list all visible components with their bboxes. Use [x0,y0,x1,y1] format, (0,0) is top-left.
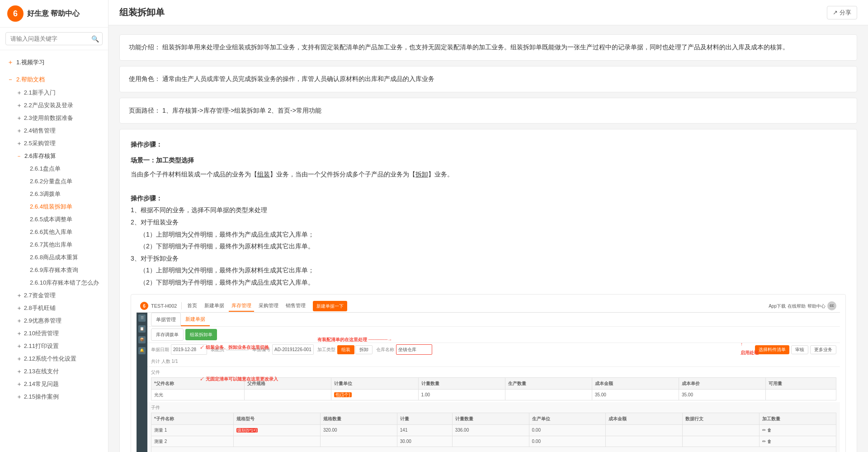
func-intro-label: 功能介绍： [129,43,160,51]
sidebar: 6 好生意 帮助中心 🔍 ＋ 1.视频学习 － 2.帮助文档 ＋ 2.1新手 [0,0,108,452]
ss-assembler-input[interactable] [226,349,249,351]
ss-nav-purchase[interactable]: 采购管理 [256,300,281,312]
ss-order-field: 单据编号 AD-20191226-001 [252,344,314,355]
ss-action-del-2[interactable]: 🗑 [767,439,772,444]
sidebar-item-help-docs[interactable]: － 2.帮助文档 [0,73,108,86]
sidebar-item-2-7[interactable]: ＋ 2.7资金管理 [9,289,108,302]
ss-td-proc-2: ✏ 🗑 [760,436,836,447]
ss-nav-new[interactable]: 新建单据 [202,300,227,312]
ss-icon-4[interactable]: 🔔 [138,347,146,354]
search-button[interactable]: 🔍 [91,35,99,43]
sidebar-item-2-6-5[interactable]: 2.6.5成本调整单 [23,213,108,226]
ss-td-cost-amt: 35.00 [592,390,679,400]
role-label: 使用角色： [129,75,160,82]
sidebar-item-2-15[interactable]: ＋ 2.15操作案例 [9,390,108,403]
ss-td-prod-unit-1: 0.00 [529,425,606,436]
plus-icon-2-13: ＋ [16,368,24,375]
screenshot: 6 TEST-H002 首页 新建单据 库存管理 采购管理 销售管理 新建单据一… [137,300,840,452]
plus-icon-2-12: ＋ [16,355,24,362]
sidebar-item-2-6-8[interactable]: 2.6.8商品成本重算 [23,251,108,264]
ss-help-online[interactable]: 在线帮助 [788,302,806,310]
ss-nav-sales[interactable]: 销售管理 [283,300,308,312]
sidebar-item-2-13[interactable]: ＋ 2.13在线支付 [9,365,108,378]
table-row [151,447,836,452]
sidebar-item-2-6-4[interactable]: 2.6.4组装拆卸单 [23,200,108,213]
ss-th-child-spec: 规格型号 [234,413,321,425]
ss-lower-table: *子件名称 规格型号 规格数量 计量 计量数量 生产单位 成本金额 数据行文 [151,413,836,452]
sidebar-item-2-6-6[interactable]: 2.6.6其他入库单 [23,226,108,238]
ss-nav-home[interactable]: 首页 [184,300,200,312]
sidebar-item-2-6-10[interactable]: 2.6.10库存账本错了怎么办 [23,276,108,289]
ss-date-field: 单据日期 2019-12-28 [151,344,207,355]
sidebar-item-2-6-2[interactable]: 2.6.2分量盘点单 [23,175,108,188]
ss-td-meas-2: 30.00 [397,436,452,447]
step2: 2、对于组装业务 [131,216,846,228]
sidebar-item-2-2[interactable]: ＋ 2.2产品安装及登录 [9,99,108,112]
sidebar-subitems-2-6: 2.6.1盘点单 2.6.2分量盘点单 2.6.3调拨单 2.6.4组装拆卸单 … [23,162,108,289]
path-label: 页面路径： [129,107,160,114]
ss-divider [181,302,182,309]
sidebar-item-2-11[interactable]: ＋ 2.11打印设置 [9,340,108,352]
ss-fields-row: 单据日期 2019-12-28 装配员 单据编号 AD-20191226-001 [147,343,840,356]
ss-td-child-spec-2 [234,436,321,447]
ss-new-btn[interactable]: 新建单据一下 [313,301,347,311]
ss-icon-1[interactable]: ☰ [138,314,146,322]
ss-action-del[interactable]: 🗑 [767,428,772,433]
sidebar-item-2-9[interactable]: ＋ 2.9优惠券管理 [9,314,108,327]
ss-type-disassembly[interactable]: 拆卸 [355,345,373,354]
sidebar-item-2-8[interactable]: ＋ 2.8手机旺铺 [9,302,108,314]
ss-help-center[interactable]: 帮助中心 [807,302,826,310]
search-input[interactable] [5,32,103,45]
sidebar-item-2-1[interactable]: ＋ 2.1新手入门 [9,86,108,99]
ss-td-cost-1 [606,425,683,436]
ss-app-download[interactable]: App下载 [769,302,786,310]
path-content: 1、库存核算->库存管理->组装拆卸单 2、首页->常用功能 [162,107,321,114]
ss-td-avail [766,390,836,400]
sidebar-item-2-6-3[interactable]: 2.6.3调拨单 [23,188,108,200]
plus-icon: ＋ [7,58,14,67]
ss-topbar: 6 TEST-H002 首页 新建单据 库存管理 采购管理 销售管理 新建单据一… [137,300,840,313]
sidebar-header: 6 好生意 帮助中心 [0,0,108,28]
ss-icon-3[interactable]: 📦 [138,336,146,343]
sidebar-item-2-14[interactable]: ＋ 2.14常见问题 [9,378,108,390]
sidebar-item-video[interactable]: ＋ 1.视频学习 [0,56,108,69]
ss-confirm-btn[interactable]: 审核 [791,345,808,354]
ss-save-btn[interactable]: 选择料件清单 [755,345,789,354]
minus-icon: － [7,76,14,84]
ss-more-btn[interactable]: 更多业务 [810,345,836,354]
sidebar-item-2-6-9[interactable]: 2.6.9库存账本查询 [23,264,108,276]
ss-tab-manage[interactable]: 单据管理 [151,313,181,327]
ss-order-input[interactable]: AD-20191226-001 [272,344,314,355]
sidebar-item-2-12[interactable]: ＋ 2.12系统个性化设置 [9,352,108,365]
ss-warehouse-input[interactable]: 坐镇仓库 [396,344,432,355]
sidebar-item-2-6-7[interactable]: 2.6.7其他出库单 [23,238,108,251]
ss-subtab-assembly[interactable]: 组装拆卸单 [185,329,217,340]
sidebar-item-2-6[interactable]: － 2.6库存核算 [9,150,108,162]
ss-action-edit-2[interactable]: ✏ [762,439,766,444]
plus-icon-2-10: ＋ [16,330,24,337]
role-block: 使用角色： 通常由生产人员或库管人员完成拆装业务的操作，库管人员确认原材料的出库… [119,66,857,92]
ss-warehouse-field: 仓库名称 坐镇仓库 [376,344,432,355]
ss-th-cost-amt: 成本金额 [592,378,679,390]
ss-action-edit[interactable]: ✏ [762,428,766,433]
ss-nav-inventory[interactable]: 库存管理 [229,300,254,312]
sidebar-item-2-10[interactable]: ＋ 2.10经营管理 [9,327,108,340]
ss-avatar[interactable]: cc [827,301,836,310]
share-button[interactable]: ↗ 分享 [827,6,857,19]
ss-icon-2[interactable]: 📋 [138,325,146,333]
screenshot-container: 6 TEST-H002 首页 新建单据 库存管理 采购管理 销售管理 新建单据一… [131,294,846,452]
sidebar-item-2-3[interactable]: ＋ 2.3使用前数据准备 [9,112,108,124]
sidebar-item-2-4[interactable]: ＋ 2.4销售管理 [9,124,108,137]
sidebar-item-2-5[interactable]: ＋ 2.5采购管理 [9,137,108,150]
ss-date-input[interactable]: 2019-12-28 [171,344,207,355]
ss-company: TEST-H002 [151,301,177,311]
sidebar-item-2-6-1[interactable]: 2.6.1盘点单 [23,162,108,175]
ss-tab-new[interactable]: 新建单据 [181,313,210,327]
search-box: 🔍 [0,28,108,50]
ss-date-label: 单据日期 [151,345,169,354]
plus-icon-2-4: ＋ [16,127,24,134]
plus-icon-2-1: ＋ [16,89,24,96]
ss-subtab-transfer[interactable]: 库存调拨单 [151,328,184,341]
ss-nav: 首页 新建单据 库存管理 采购管理 销售管理 [184,300,308,312]
ss-type-assembly[interactable]: 组装 [337,345,354,354]
